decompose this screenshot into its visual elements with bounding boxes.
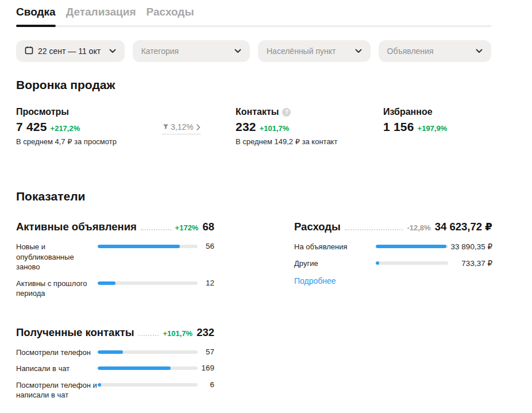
contacts-title: Контакты bbox=[236, 107, 279, 117]
bar-row-label: Посмотрели телефон и написали в чат bbox=[16, 380, 98, 400]
bar-row-value: 56 bbox=[198, 242, 214, 250]
date-range-dropdown[interactable]: 22 сент — 11 окт bbox=[16, 40, 125, 62]
received-contacts-delta: +101,7% bbox=[163, 329, 192, 338]
bar-row: Посмотрели телефон 57 bbox=[16, 348, 214, 358]
indicators-heading: Показатели bbox=[16, 190, 507, 203]
chevron-down-icon bbox=[109, 49, 116, 53]
category-dropdown[interactable]: Категория bbox=[133, 40, 250, 62]
calendar-icon bbox=[25, 46, 33, 56]
ads-placeholder: Объявления bbox=[387, 47, 434, 56]
bar-fill bbox=[98, 281, 115, 285]
received-contacts-total: 232 bbox=[196, 326, 214, 339]
bar-row: Написали в чат 169 bbox=[16, 364, 214, 374]
sales-funnel-row: Просмотры 7 425 +217,2% В среднем 4,7 ₽ … bbox=[16, 107, 507, 146]
contacts-delta: +101,7% bbox=[260, 124, 290, 133]
block-received-contacts: Полученные контакты +101,7% 232 Посмотре… bbox=[16, 326, 214, 400]
bar-fill bbox=[98, 245, 180, 248]
bar-row-label: Посмотрели телефон bbox=[16, 348, 98, 358]
views-value: 7 425 bbox=[16, 120, 47, 134]
bar-fill bbox=[376, 261, 379, 265]
category-placeholder: Категория bbox=[141, 47, 179, 56]
bar-fill bbox=[98, 366, 171, 370]
bar-track bbox=[98, 245, 198, 248]
metric-contacts: Контакты ? 232 +101,7% В среднем 149,2 ₽… bbox=[236, 107, 383, 146]
tab-bar: Сводка Детализация Расходы bbox=[16, 6, 491, 27]
funnel-icon bbox=[163, 122, 169, 132]
received-contacts-title: Полученные контакты bbox=[16, 326, 134, 339]
filter-bar: 22 сент — 11 окт Категория Населённый пу… bbox=[16, 40, 491, 62]
expenses-total: 34 623,72 ₽ bbox=[435, 221, 492, 233]
conversion-chip[interactable]: 3,12% bbox=[163, 122, 201, 134]
ads-dropdown[interactable]: Объявления bbox=[379, 40, 492, 62]
bar-row-value: 12 bbox=[198, 279, 214, 287]
bar-row: Активны с прошлого периода 12 bbox=[16, 279, 214, 299]
bar-row-value: 733,37 ₽ bbox=[448, 258, 492, 268]
chevron-down-icon bbox=[476, 49, 483, 53]
dotted-leader bbox=[141, 229, 171, 230]
favorites-delta: +197,9% bbox=[418, 124, 448, 133]
bar-row: Другие 733,37 ₽ bbox=[294, 258, 492, 269]
block-expenses: Расходы -12,8% 34 623,72 ₽ На объявления… bbox=[294, 221, 492, 286]
views-title: Просмотры bbox=[16, 107, 163, 117]
active-ads-title: Активные объявления bbox=[16, 221, 137, 233]
bar-row-value: 57 bbox=[198, 348, 214, 356]
expenses-delta: -12,8% bbox=[407, 223, 430, 232]
bar-row: На объявления 33 890,35 ₽ bbox=[294, 242, 492, 252]
views-delta: +217,2% bbox=[51, 124, 80, 133]
chevron-down-icon bbox=[234, 49, 241, 53]
bar-track bbox=[376, 261, 448, 265]
conversion-value: 3,12% bbox=[171, 122, 194, 132]
location-dropdown[interactable]: Населённый пункт bbox=[258, 40, 371, 62]
bar-row-label: Новые и опубликованные заново bbox=[16, 242, 98, 272]
views-note: В среднем 4,7 ₽ за просмотр bbox=[16, 137, 163, 146]
bar-track bbox=[98, 366, 198, 370]
bar-fill bbox=[376, 245, 446, 248]
bar-row-value: 6 bbox=[198, 380, 214, 389]
chevron-right-icon bbox=[196, 124, 201, 130]
bar-track bbox=[98, 350, 198, 354]
metric-views: Просмотры 7 425 +217,2% В среднем 4,7 ₽ … bbox=[16, 107, 163, 146]
metric-favorites: Избранное 1 156 +197,9% bbox=[383, 107, 507, 146]
help-icon[interactable]: ? bbox=[282, 108, 291, 117]
active-ads-delta: +172% bbox=[175, 223, 199, 232]
contacts-note: В среднем 149,2 ₽ за контакт bbox=[236, 137, 383, 146]
favorites-value: 1 156 bbox=[383, 120, 414, 134]
bar-row: Новые и опубликованные заново 56 bbox=[16, 242, 214, 272]
expenses-title: Расходы bbox=[294, 221, 341, 233]
bar-row-label: Другие bbox=[294, 258, 376, 269]
bar-row-label: Написали в чат bbox=[16, 364, 98, 374]
tab-expenses[interactable]: Расходы bbox=[147, 6, 194, 25]
bar-row: Посмотрели телефон и написали в чат 6 bbox=[16, 380, 214, 400]
bar-row-label: Активны с прошлого периода bbox=[16, 279, 98, 299]
active-ads-total: 68 bbox=[202, 221, 214, 233]
location-placeholder: Населённый пункт bbox=[267, 47, 336, 56]
bar-row-value: 33 890,35 ₽ bbox=[448, 242, 492, 251]
dotted-leader bbox=[345, 229, 403, 230]
indicator-blocks: Активные объявления +172% 68 Новые и опу… bbox=[16, 221, 507, 400]
bar-fill bbox=[98, 350, 123, 354]
bar-row-value: 169 bbox=[198, 364, 214, 372]
bar-track bbox=[376, 245, 448, 248]
bar-row-label: На объявления bbox=[294, 242, 376, 252]
details-link[interactable]: Подробнее bbox=[294, 276, 336, 285]
bar-fill bbox=[98, 383, 101, 387]
block-active-ads: Активные объявления +172% 68 Новые и опу… bbox=[16, 221, 214, 299]
conversion-cell: 3,12% bbox=[163, 107, 236, 146]
tab-summary[interactable]: Сводка bbox=[16, 6, 56, 25]
chevron-down-icon bbox=[355, 49, 362, 53]
date-range-value: 22 сент — 11 окт bbox=[38, 47, 101, 56]
sales-funnel-heading: Воронка продаж bbox=[16, 78, 507, 92]
favorites-title: Избранное bbox=[383, 107, 507, 117]
analytics-page: Сводка Детализация Расходы 22 сент — 11 … bbox=[0, 0, 507, 400]
dotted-leader bbox=[138, 335, 159, 336]
bar-track bbox=[98, 383, 198, 387]
bar-track bbox=[98, 281, 198, 285]
contacts-value: 232 bbox=[236, 120, 256, 134]
tab-details[interactable]: Детализация bbox=[66, 6, 136, 25]
